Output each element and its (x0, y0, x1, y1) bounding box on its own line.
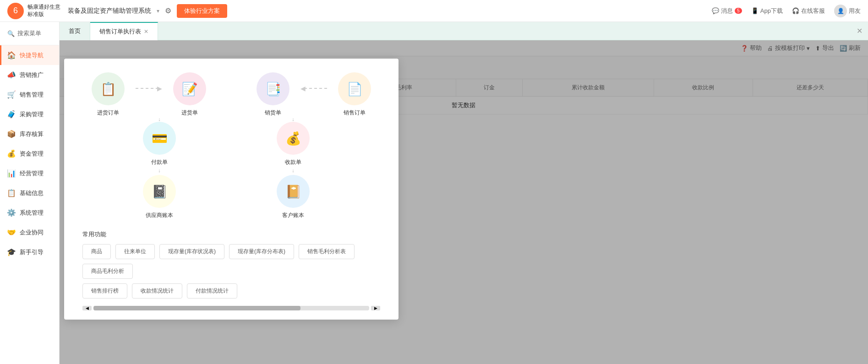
newbie-icon: 🎓 (7, 248, 16, 256)
arrow-purchase-to-receipt: ▶ (136, 85, 162, 92)
scroll-left-button[interactable]: ◀ (82, 306, 92, 310)
sidebar-item-label: 销售管理 (20, 91, 44, 99)
settings-icon[interactable]: ⚙ (165, 6, 171, 15)
marketing-icon: 📣 (7, 71, 16, 79)
modal-scrollbar-area: ◀ ▶ (82, 306, 380, 310)
sidebar-item-quick-nav[interactable]: 🏠 快捷导航 (0, 45, 59, 65)
modal-overlay: 📋 进货订单 ▶ (60, 40, 868, 364)
logo-icon: 6 (7, 3, 24, 19)
purchase-receipt-label: 进货单 (181, 109, 198, 117)
basic-info-icon: 📋 (7, 189, 16, 197)
trial-button[interactable]: 体验行业方案 (177, 4, 227, 18)
sidebar-item-newbie[interactable]: 🎓 新手引导 (0, 242, 59, 262)
sidebar-item-label: 经营管理 (20, 169, 44, 178)
workflow-diagram: 📋 进货订单 ▶ (82, 72, 380, 219)
payment-node[interactable]: 💳 付款单 (143, 122, 176, 166)
top-header: 6 畅康通好生意 标准版 装备及固定资产辅助管理系统 ▾ ⚙ 体验行业方案 💬 … (0, 0, 868, 22)
message-label: 消息 (721, 7, 733, 15)
sidebar-item-enterprise[interactable]: 🤝 企业协同 (0, 223, 59, 242)
supplier-ledger-label: 供应商账本 (146, 212, 173, 219)
receipt-node[interactable]: 💰 收款单 (277, 122, 310, 166)
customer-ledger-icon: 📔 (277, 175, 310, 208)
tab-close-icon[interactable]: ✕ (144, 28, 148, 35)
workflow-row-1: 📋 进货订单 ▶ (82, 72, 380, 117)
btn-inventory-status[interactable]: 现存量(库存状况表) (159, 244, 224, 259)
purchase-order-icon: 📋 (92, 72, 125, 105)
common-functions-buttons-row2: 销售排行榜 收款情况统计 付款情况统计 (82, 283, 380, 299)
modal-panel: 📋 进货订单 ▶ (64, 59, 399, 320)
sidebar-item-label: 营销推广 (20, 71, 44, 79)
btn-payment-stats[interactable]: 付款情况统计 (187, 283, 237, 299)
sidebar-item-label: 库存核算 (20, 130, 44, 138)
sidebar-item-label: 新手引导 (20, 248, 44, 256)
sidebar-item-label: 资金管理 (20, 150, 44, 158)
supplier-ledger-node[interactable]: 📓 供应商账本 (143, 175, 176, 219)
search-menu-label: 搜索菜单 (17, 29, 41, 38)
system-dropdown-icon[interactable]: ▾ (157, 8, 159, 14)
main-layout: 🔍 搜索菜单 🏠 快捷导航 📣 营销推广 🛒 销售管理 🧳 采购管理 📦 库存核… (0, 22, 868, 364)
sales-receipt-icon: 📄 (338, 72, 371, 105)
purchase-order-label: 进货订单 (97, 109, 119, 117)
message-badge: 5 (735, 8, 742, 14)
purchase-icon: 🧳 (7, 110, 16, 119)
workflow-row-2: ↓ 💳 付款单 ↓ (82, 117, 380, 219)
header-right: 💬 消息 5 📱 App下载 🎧 在线客服 👤 用友 (712, 5, 861, 17)
search-icon: 🔍 (7, 30, 15, 37)
purchase-receipt-node[interactable]: 📝 进货单 (173, 72, 206, 117)
sidebar-item-label: 基础信息 (20, 189, 44, 197)
sales-order-node[interactable]: 📑 销货单 (257, 72, 289, 117)
sidebar-item-operations[interactable]: 📊 经营管理 (0, 163, 59, 183)
logo-area: 6 畅康通好生意 标准版 (7, 3, 62, 19)
sidebar-item-basic-info[interactable]: 📋 基础信息 (0, 183, 59, 203)
arrow-salesorder-to-sales: ◀ (300, 85, 327, 92)
receipt-label: 收款单 (285, 158, 301, 166)
btn-receipt-stats[interactable]: 收款情况统计 (132, 283, 182, 299)
payment-icon: 💳 (143, 122, 176, 155)
enterprise-icon: 🤝 (7, 228, 16, 237)
app-icon: 📱 (751, 7, 759, 14)
sidebar-item-sales[interactable]: 🛒 销售管理 (0, 85, 59, 104)
receipt-icon: 💰 (277, 122, 310, 155)
scrollbar-track[interactable] (93, 306, 369, 310)
finance-icon: 💰 (7, 149, 16, 158)
sales-order-label: 销货单 (265, 109, 281, 117)
service-icon: 🎧 (792, 7, 799, 14)
quick-nav-icon: 🏠 (7, 51, 16, 60)
user-area[interactable]: 👤 用友 (834, 5, 861, 17)
online-service-label: 在线客服 (801, 7, 825, 15)
btn-contacts[interactable]: 往来单位 (115, 244, 155, 259)
btn-product-profit-analysis[interactable]: 商品毛利分析 (82, 264, 133, 279)
sidebar-item-purchase[interactable]: 🧳 采购管理 (0, 104, 59, 124)
sidebar-item-label: 采购管理 (20, 110, 44, 119)
sidebar-item-system[interactable]: ⚙️ 系统管理 (0, 203, 59, 223)
sidebar-item-marketing[interactable]: 📣 营销推广 (0, 65, 59, 85)
user-avatar: 👤 (834, 5, 847, 17)
message-action[interactable]: 💬 消息 5 (712, 7, 742, 15)
scrollbar-thumb (93, 306, 300, 310)
tab-bar: 首页 销售订单执行表 ✕ ✕ (60, 22, 868, 40)
user-name: 用友 (849, 7, 861, 15)
sales-receipt-label: 销售订单 (344, 109, 366, 117)
btn-product[interactable]: 商品 (82, 244, 111, 259)
system-title: 装备及固定资产辅助管理系统 (68, 7, 151, 15)
search-menu-button[interactable]: 🔍 搜索菜单 (4, 27, 55, 40)
btn-sales-ranking[interactable]: 销售排行榜 (82, 283, 127, 299)
content-area: 首页 销售订单执行表 ✕ ✕ ❓ 帮助 🖨 按模板打印 ▾ (60, 22, 868, 364)
btn-sales-profit-analysis[interactable]: 销售毛利分析表 (299, 244, 355, 259)
online-service-action[interactable]: 🎧 在线客服 (792, 7, 825, 15)
customer-ledger-label: 客户账本 (282, 212, 304, 219)
sales-receipt-node[interactable]: 📄 销售订单 (338, 72, 371, 117)
btn-inventory-dist[interactable]: 现存量(库存分布表) (229, 244, 294, 259)
sidebar-search: 🔍 搜索菜单 (0, 22, 59, 45)
tab-home[interactable]: 首页 (60, 22, 90, 40)
tab-bar-close-button[interactable]: ✕ (851, 27, 868, 35)
customer-ledger-node[interactable]: 📔 客户账本 (277, 175, 310, 219)
sales-icon: 🛒 (7, 90, 16, 99)
purchase-order-node[interactable]: 📋 进货订单 (92, 72, 125, 117)
sidebar-item-finance[interactable]: 💰 资金管理 (0, 144, 59, 163)
app-download-action[interactable]: 📱 App下载 (751, 7, 783, 15)
app-download-label: App下载 (760, 7, 783, 15)
scroll-right-button[interactable]: ▶ (371, 306, 380, 310)
tab-sales-order-exec[interactable]: 销售订单执行表 ✕ (90, 22, 158, 40)
sidebar-item-inventory[interactable]: 📦 库存核算 (0, 124, 59, 144)
